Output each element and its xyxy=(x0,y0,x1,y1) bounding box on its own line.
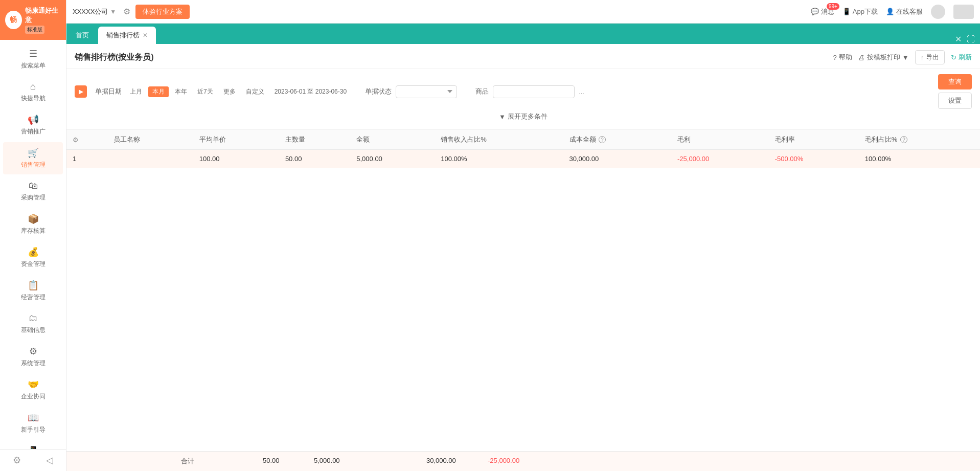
cell-gross: -25,000.00 xyxy=(671,150,769,168)
close-window-icon[interactable]: ✕ xyxy=(955,34,962,44)
status-label: 单据状态 xyxy=(365,87,392,96)
app-download-button[interactable]: 📱 App下载 xyxy=(842,7,878,16)
nav-label: 营销推广 xyxy=(21,127,45,136)
service-icon: 👤 xyxy=(886,8,894,15)
set-button[interactable]: 设置 xyxy=(938,93,972,109)
nav-label: 基础信息 xyxy=(21,326,45,334)
date-range: 2023-06-01 至 2023-06-30 xyxy=(275,87,347,96)
date-tabs: 上月 本月 本年 近7天 更多 自定义 xyxy=(126,86,268,97)
arrow-right-icon: ▶ xyxy=(79,88,83,95)
maximize-icon[interactable]: ⛶ xyxy=(967,35,975,44)
expand-row: ▼ 展开更多条件 xyxy=(75,109,972,124)
settings-icon[interactable]: ⚙ xyxy=(73,136,79,144)
filter-area: ▶ 单据日期 上月 本月 本年 近7天 更多 自定义 2023-06-01 至 … xyxy=(66,69,980,130)
refresh-icon: ↻ xyxy=(951,54,956,61)
sidebar-item-应用中心[interactable]: 📱应用中心 xyxy=(3,440,63,449)
sidebar-item-系统管理[interactable]: ⚙系统管理 xyxy=(3,341,63,373)
query-button[interactable]: 查询 xyxy=(938,74,972,89)
sidebar-item-基础信息[interactable]: 🗂基础信息 xyxy=(3,308,63,340)
sidebar-item-快捷导航[interactable]: ⌂快捷导航 xyxy=(3,76,63,108)
trial-button[interactable]: 体验行业方案 xyxy=(135,5,190,19)
footer-cells: 合计 50.00 5,000.00 30,000.00 -25,000.00 xyxy=(73,457,974,466)
status-select[interactable] xyxy=(396,85,457,98)
col-sales-pct: 销售收入占比% xyxy=(435,130,563,150)
online-service-button[interactable]: 👤 在线客服 xyxy=(886,7,923,16)
app-download-label: App下载 xyxy=(853,7,878,16)
nav-label: 经营管理 xyxy=(21,293,45,302)
settings-icon[interactable]: ⚙ xyxy=(13,455,21,466)
date-tab-custom[interactable]: 自定义 xyxy=(242,86,268,97)
company-selector[interactable]: XXXXX公司 ▼ xyxy=(73,7,116,16)
cell-rank: 1 xyxy=(66,150,107,168)
refresh-button[interactable]: ↻ 刷新 xyxy=(951,53,972,62)
collapse-icon[interactable]: ◁ xyxy=(46,455,53,466)
download-icon: 📱 xyxy=(842,8,851,15)
home-label: 首页 xyxy=(76,31,89,40)
footer-avg-price xyxy=(206,457,257,466)
sidebar-item-资金管理[interactable]: 💰资金管理 xyxy=(3,241,63,274)
sidebar-item-库存核算[interactable]: 📦库存核算 xyxy=(3,208,63,240)
nav-label: 采购管理 xyxy=(21,193,45,202)
gross-pct-info-icon[interactable]: ? xyxy=(900,136,907,143)
col-name: 员工名称 xyxy=(107,130,193,150)
cell-name xyxy=(107,150,193,168)
gear-icon[interactable]: ⚙ xyxy=(123,7,130,16)
print-chevron-icon: ▼ xyxy=(902,54,909,61)
filter-expand-arrow[interactable]: ▶ xyxy=(75,85,87,98)
tab-sales-ranking[interactable]: 销售排行榜 ✕ xyxy=(98,27,156,44)
sidebar-item-营销推广[interactable]: 📢营销推广 xyxy=(3,109,63,141)
expand-button[interactable]: ▼ 展开更多条件 xyxy=(499,112,548,121)
topbar-right: 💬 消息 99+ 📱 App下载 👤 在线客服 xyxy=(811,5,974,19)
goods-more[interactable]: ... xyxy=(579,88,584,96)
nav-icon: 📱 xyxy=(28,445,39,449)
date-tab-this-month[interactable]: 本月 xyxy=(148,86,169,97)
nav-icon: 🛒 xyxy=(28,147,39,159)
footer-label xyxy=(73,457,175,466)
nav-label: 销售管理 xyxy=(21,161,45,169)
table-header-row: ⚙ 员工名称 平均单价 主数量 全额 销售收入占比% 成本全额 ? 毛利 毛利率… xyxy=(66,130,980,150)
footer-cost: 30,000.00 xyxy=(420,457,482,466)
tab-home[interactable]: 首页 xyxy=(67,27,97,44)
page-title: 销售排行榜(按业务员) xyxy=(75,52,154,63)
logo-area: 畅 畅康通好生意 标准版 xyxy=(0,0,66,40)
sidebar-bottom: ⚙ ◁ xyxy=(0,449,66,471)
cell-quantity: 50.00 xyxy=(279,150,350,168)
chevron-down-icon: ▼ xyxy=(110,8,116,15)
topbar: XXXXX公司 ▼ ⚙ 体验行业方案 💬 消息 99+ 📱 App下载 👤 在线… xyxy=(66,0,980,24)
col-cost: 成本全额 ? xyxy=(563,130,672,150)
date-tab-more[interactable]: 更多 xyxy=(219,86,240,97)
main-area: XXXXX公司 ▼ ⚙ 体验行业方案 💬 消息 99+ 📱 App下载 👤 在线… xyxy=(66,0,980,471)
page-header: 销售排行榜(按业务员) ? 帮助 🖨 按模板打印 ▼ ↑ 导出 ↻ 刷新 xyxy=(66,44,980,69)
export-button[interactable]: ↑ 导出 xyxy=(915,50,945,64)
nav-label: 搜索菜单 xyxy=(21,61,45,70)
goods-filter: 商品 ... xyxy=(475,85,584,98)
tab-bar: 首页 销售排行榜 ✕ ✕ ⛶ xyxy=(66,24,980,44)
nav-icon: ⚙ xyxy=(29,346,37,357)
date-tab-last-month[interactable]: 上月 xyxy=(126,86,146,97)
avatar[interactable] xyxy=(931,5,945,19)
nav-icon: 📦 xyxy=(28,213,39,225)
sidebar-item-企业协同[interactable]: 🤝企业协同 xyxy=(3,374,63,406)
sidebar-item-搜索菜单[interactable]: ☰搜索菜单 xyxy=(3,43,63,75)
message-button[interactable]: 💬 消息 99+ xyxy=(811,7,834,16)
goods-input[interactable] xyxy=(493,85,575,98)
nav-icon: 🗂 xyxy=(29,313,38,324)
date-tab-7days[interactable]: 近7天 xyxy=(193,86,217,97)
print-button[interactable]: 🖨 按模板打印 ▼ xyxy=(858,53,909,62)
sidebar-nav: ☰搜索菜单⌂快捷导航📢营销推广🛒销售管理🛍采购管理📦库存核算💰资金管理📋经营管理… xyxy=(0,40,66,449)
sidebar-item-新手引导[interactable]: 📖新手引导 xyxy=(3,407,63,439)
status-filter: 单据状态 xyxy=(365,85,457,98)
col-avg-price: 平均单价 xyxy=(193,130,279,150)
cell-amount: 5,000.00 xyxy=(350,150,435,168)
col-settings: ⚙ xyxy=(66,130,107,150)
help-button[interactable]: ? 帮助 xyxy=(833,53,852,62)
cost-info-icon[interactable]: ? xyxy=(599,136,606,143)
sidebar-item-采购管理[interactable]: 🛍采购管理 xyxy=(3,175,63,207)
filter-row: ▶ 单据日期 上月 本月 本年 近7天 更多 自定义 2023-06-01 至 … xyxy=(75,74,972,109)
nav-label: 系统管理 xyxy=(21,359,45,368)
tab-close-icon[interactable]: ✕ xyxy=(143,32,148,39)
date-tab-this-year[interactable]: 本年 xyxy=(171,86,191,97)
content-area: 销售排行榜(按业务员) ? 帮助 🖨 按模板打印 ▼ ↑ 导出 ↻ 刷新 xyxy=(66,44,980,471)
sidebar-item-销售管理[interactable]: 🛒销售管理 xyxy=(3,142,63,174)
sidebar-item-经营管理[interactable]: 📋经营管理 xyxy=(3,275,63,307)
